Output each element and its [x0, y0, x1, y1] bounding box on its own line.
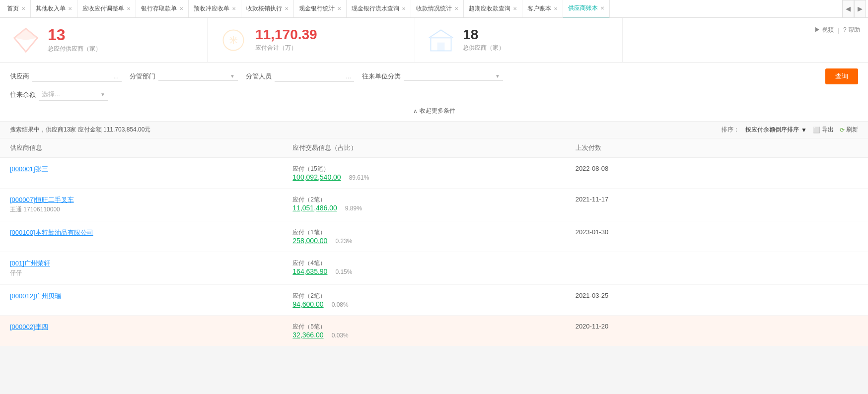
nav-tab-11[interactable]: 供应商账本✕: [563, 0, 610, 18]
dept-chevron-icon: ▼: [230, 73, 235, 79]
export-icon: ⬜: [813, 127, 820, 133]
transaction-pct: 9.89%: [345, 205, 362, 212]
nav-tab-label: 收款情况统计: [416, 4, 452, 13]
close-icon[interactable]: ✕: [337, 6, 341, 11]
result-actions: 排序： 按应付余额倒序排序 ▼ ⬜ 导出 ⟳ 刷新: [722, 126, 858, 134]
transaction-amount[interactable]: 94,600.00: [292, 300, 323, 308]
top-links: ▶ 视频 | ? 帮助: [806, 22, 868, 38]
supplier-link[interactable]: [000002]李四: [10, 323, 292, 331]
supplier-info: [000007]恒旺二手叉车 王通 17106110000: [10, 196, 292, 214]
close-icon[interactable]: ✕: [513, 6, 517, 11]
supplier-sub: 王通 17106110000: [10, 205, 292, 214]
nav-tab-1[interactable]: 其他收入单✕: [31, 0, 77, 18]
last-payment: 2021-11-17: [576, 196, 858, 203]
person-filter: 分管人员 ...: [246, 71, 354, 82]
table-row: [000012]广州贝瑞 应付（2笔） 94,600.00 0.08% 2021…: [0, 285, 868, 316]
svg-text:米: 米: [229, 35, 238, 45]
last-payment-cell: 2022-08-08: [576, 165, 858, 172]
nav-left-arrow[interactable]: ◀: [842, 0, 854, 18]
close-icon[interactable]: ✕: [21, 6, 25, 11]
close-icon[interactable]: ✕: [179, 6, 183, 11]
transaction-label: 应付（4笔）: [292, 259, 575, 267]
supplier-info: [001]广州荣轩 仔仔: [10, 259, 292, 277]
transaction-pct: 0.15%: [335, 268, 352, 275]
refresh-icon: ⟳: [840, 127, 845, 133]
dept-select[interactable]: ▼: [158, 72, 238, 81]
col-header-supplier: 供应商信息: [10, 143, 292, 152]
category-select[interactable]: ▼: [404, 72, 503, 81]
refresh-button[interactable]: ⟳ 刷新: [840, 126, 858, 134]
supplier-link[interactable]: [000012]广州贝瑞: [10, 292, 292, 301]
nav-tab-10[interactable]: 客户账本✕: [522, 0, 563, 18]
query-button[interactable]: 查询: [825, 68, 858, 84]
transaction-amount[interactable]: 32,366.00: [292, 331, 323, 339]
sort-chevron-icon: ▼: [801, 127, 807, 133]
sort-select[interactable]: 按应付余额倒序排序 ▼: [745, 126, 807, 134]
balance-label: 往来余额: [10, 90, 36, 99]
nav-tab-7[interactable]: 现金银行流水查询✕: [347, 0, 411, 18]
nav-tab-6[interactable]: 现金银行统计✕: [294, 0, 347, 18]
nav-tab-label: 供应商账本: [568, 4, 598, 12]
supplier-info: [000012]广州贝瑞: [10, 292, 292, 301]
transaction-label: 应付（2笔）: [292, 292, 575, 300]
close-icon[interactable]: ✕: [232, 6, 236, 11]
transaction-amount[interactable]: 164,635.90: [292, 267, 327, 275]
nav-tab-0[interactable]: 首页✕: [2, 0, 31, 18]
supplier-link[interactable]: [000001]张三: [10, 165, 292, 174]
nav-tab-2[interactable]: 应收应付调整单✕: [77, 0, 136, 18]
transaction-amount[interactable]: 11,051,486.00: [292, 204, 337, 212]
last-payment: 2022-08-08: [576, 165, 858, 172]
transaction-amount[interactable]: 258,000.00: [292, 237, 327, 245]
nav-tab-label: 银行存取款单: [141, 4, 177, 13]
filter-row-1: 供应商 ... 分管部门 ▼ 分管人员 ... 往来单位分类 ▼ 查询: [10, 68, 858, 84]
transaction-label: 应付（15笔）: [292, 165, 575, 173]
table-row: [000002]李四 应付（5笔） 32,366.00 0.03% 2020-1…: [0, 316, 868, 346]
supplier-link[interactable]: [001]广州荣轩: [10, 259, 292, 268]
help-link[interactable]: ? 帮助: [843, 26, 860, 34]
last-payment-cell: 2023-01-30: [576, 228, 858, 236]
table-row: [000001]张三 应付（15笔） 100,092,540.00 89.61%…: [0, 158, 868, 189]
supplier-link[interactable]: [000100]本特勤油品有限公司: [10, 228, 292, 237]
stat-payable-amount: 米 11,170.39 应付合计（万）: [208, 18, 415, 62]
nav-tab-4[interactable]: 预收冲应收单✕: [189, 0, 241, 18]
help-icon: ?: [843, 26, 847, 33]
close-icon[interactable]: ✕: [402, 6, 406, 11]
close-icon[interactable]: ✕: [454, 6, 458, 11]
nav-tab-8[interactable]: 收款情况统计✕: [411, 0, 464, 18]
balance-chevron-icon: ▼: [100, 92, 105, 97]
transaction-pct: 0.23%: [335, 238, 352, 245]
transaction-info: 应付（2笔） 94,600.00 0.08%: [292, 292, 575, 308]
data-table: 供应商信息 应付交易信息（占比） 上次付数 [000001]张三 应付（15笔）…: [0, 138, 868, 346]
close-icon[interactable]: ✕: [127, 6, 131, 11]
col-header-transaction: 应付交易信息（占比）: [292, 143, 575, 152]
nav-tab-9[interactable]: 超期应收款查询✕: [464, 0, 522, 18]
total-suppliers-count: 18: [463, 28, 505, 42]
video-link[interactable]: ▶ 视频: [814, 26, 834, 34]
transaction-amount[interactable]: 100,092,540.00: [292, 173, 341, 181]
close-icon[interactable]: ✕: [285, 6, 289, 11]
collapse-button[interactable]: ∧ 收起更多条件: [407, 105, 461, 117]
result-info: 搜索结果中，供应商13家 应付金额 111,703,854.00元: [10, 126, 150, 134]
close-icon[interactable]: ✕: [600, 5, 604, 11]
nav-tab-label: 超期应收款查询: [469, 4, 510, 13]
supplier-link[interactable]: [000007]恒旺二手叉车: [10, 196, 292, 204]
table-header: 供应商信息 应付交易信息（占比） 上次付数: [0, 138, 868, 158]
balance-select[interactable]: 选择... ▼: [39, 88, 108, 101]
close-icon[interactable]: ✕: [68, 6, 72, 11]
nav-tab-label: 首页: [7, 4, 19, 13]
nav-tab-3[interactable]: 银行存取款单✕: [136, 0, 189, 18]
export-button[interactable]: ⬜ 导出: [813, 126, 834, 134]
supplier-info: [000001]张三: [10, 165, 292, 174]
transaction-label: 应付（5笔）: [292, 323, 575, 331]
nav-right-arrow[interactable]: ▶: [854, 0, 866, 18]
supplier-info: [000100]本特勤油品有限公司: [10, 228, 292, 237]
person-label: 分管人员: [246, 72, 272, 81]
table-row: [000007]恒旺二手叉车 王通 17106110000 应付（2笔） 11,…: [0, 189, 868, 221]
person-input[interactable]: ...: [275, 71, 354, 82]
nav-tab-5[interactable]: 收款核销执行✕: [241, 0, 294, 18]
supplier-input[interactable]: ...: [32, 71, 122, 82]
supplier-label: 供应商: [10, 72, 29, 81]
close-icon[interactable]: ✕: [554, 6, 558, 11]
transaction-label: 应付（2笔）: [292, 196, 575, 204]
shop-icon: [427, 26, 455, 54]
